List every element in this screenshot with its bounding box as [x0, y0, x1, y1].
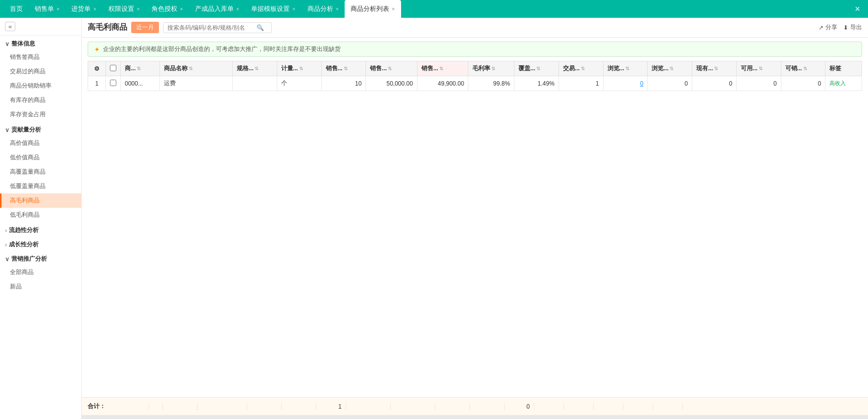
- col-settings[interactable]: ⚙: [88, 61, 106, 76]
- cell-code: 0000...: [121, 76, 160, 91]
- table-header-row: ⚙ 商...⇅ 商品名称⇅ 规格...⇅: [88, 61, 862, 76]
- sort-icon-saleable: ⇅: [803, 66, 807, 71]
- nav-permissions[interactable]: 权限设置 ×: [102, 0, 146, 18]
- sort-icon-coverage: ⇅: [536, 66, 540, 71]
- col-current[interactable]: 现有...⇅: [692, 61, 737, 76]
- col-view1[interactable]: 浏览...⇅: [603, 61, 648, 76]
- col-gross-rate[interactable]: 毛利率⇅: [468, 61, 514, 76]
- sidebar-group-marketing[interactable]: ∨ 营销推广分析: [0, 251, 81, 265]
- share-button[interactable]: ↗ 分享: [818, 23, 837, 32]
- sidebar-item-in-stock[interactable]: 有库存的商品: [0, 93, 81, 107]
- footer-empty6: [282, 403, 316, 410]
- cell-index: 1: [88, 76, 106, 91]
- sidebar-item-high-value[interactable]: 高价值商品: [0, 136, 81, 150]
- sort-icon-current: ⇅: [714, 66, 718, 71]
- col-saleable[interactable]: 可销...⇅: [781, 61, 825, 76]
- col-view2[interactable]: 浏览...⇅: [648, 61, 692, 76]
- footer-cells: 1 0: [117, 403, 862, 410]
- horizontal-scrollbar[interactable]: [82, 415, 868, 419]
- close-all-button[interactable]: ×: [851, 4, 864, 14]
- sidebar-item-high-coverage[interactable]: 高覆盖量商品: [0, 165, 81, 179]
- col-code[interactable]: 商...⇅: [121, 61, 160, 76]
- col-tag: 标签: [825, 61, 862, 76]
- cell-coverage: 1.49%: [514, 76, 559, 91]
- nav-template-settings[interactable]: 单据模板设置 ×: [245, 0, 301, 18]
- footer-total-bar: 合计： 1 0: [82, 397, 868, 415]
- nav-product-analysis-list[interactable]: 商品分析列表 ×: [345, 0, 401, 18]
- close-product-analysis[interactable]: ×: [336, 6, 339, 12]
- cell-view1[interactable]: 0: [603, 76, 648, 91]
- group-arrow-marketing: ∨: [5, 256, 9, 263]
- sidebar-group-growth[interactable]: › 成长性分析: [0, 236, 81, 251]
- info-bar: ✦ 企业的主要的利润都是这部分商品创造的，可考虑加大推广，同时关注库存是不要出现…: [88, 42, 862, 57]
- nav-sales-order[interactable]: 销售单 ×: [29, 0, 65, 18]
- main-container: « ∨ 整体信息 销售签商品 交易过的商品 商品分销助销率 有库存的商品 库存资…: [0, 18, 868, 419]
- col-unit[interactable]: 计量...⇅: [277, 61, 321, 76]
- footer-saleable: [653, 403, 683, 410]
- cell-sales-profit: 49,900.00: [417, 76, 468, 91]
- sidebar-item-low-margin[interactable]: 低毛利商品: [0, 208, 81, 222]
- close-permissions[interactable]: ×: [137, 6, 140, 12]
- nav-home[interactable]: 首页: [4, 0, 29, 18]
- sidebar-group-trend[interactable]: › 流趋性分析: [0, 222, 81, 236]
- footer-empty10: [470, 403, 505, 410]
- col-name[interactable]: 商品名称⇅: [159, 61, 232, 76]
- col-spec[interactable]: 规格...⇅: [233, 61, 277, 76]
- close-template-settings[interactable]: ×: [292, 6, 295, 12]
- sidebar-item-all-products[interactable]: 全部商品: [0, 265, 81, 279]
- content-header: 高毛利商品 近一月 🔍 ↗ 分享 ⬇ 导出: [82, 18, 868, 38]
- sidebar: « ∨ 整体信息 销售签商品 交易过的商品 商品分销助销率 有库存的商品 库存资…: [0, 18, 82, 419]
- close-purchase-order[interactable]: ×: [93, 6, 96, 12]
- sidebar-item-stock-capital[interactable]: 库存资金占用: [0, 107, 81, 122]
- close-product-storage[interactable]: ×: [236, 6, 239, 12]
- search-input[interactable]: [167, 24, 256, 31]
- cell-sales-amount: 50,000.00: [366, 76, 417, 91]
- col-sales-amount[interactable]: 销售...⇅: [366, 61, 417, 76]
- close-role-auth[interactable]: ×: [180, 6, 183, 12]
- nav-product-analysis[interactable]: 商品分析 ×: [302, 0, 345, 18]
- sidebar-item-low-value[interactable]: 低价值商品: [0, 150, 81, 165]
- sidebar-collapse-button[interactable]: «: [5, 22, 15, 31]
- sort-icon-spec: ⇅: [255, 66, 258, 71]
- sort-icon-sales-profit: ⇅: [439, 66, 443, 71]
- cell-unit: 个: [277, 76, 321, 91]
- footer-sales-amount: [346, 403, 391, 410]
- nav-product-storage[interactable]: 产成品入库单 ×: [189, 0, 245, 18]
- col-available[interactable]: 可用...⇅: [736, 61, 781, 76]
- sort-icon-trade: ⇅: [581, 66, 585, 71]
- sort-icon-unit: ⇅: [299, 66, 303, 71]
- footer-label: 合计：: [88, 402, 117, 411]
- sidebar-item-distribution[interactable]: 商品分销助销率: [0, 79, 81, 93]
- sidebar-group-overall[interactable]: ∨ 整体信息: [0, 36, 81, 50]
- close-sales-order[interactable]: ×: [56, 6, 59, 12]
- cell-sales-count: 10: [321, 76, 366, 91]
- sort-icon-sales-amount: ⇅: [388, 66, 392, 71]
- sidebar-item-traded[interactable]: 交易过的商品: [0, 64, 81, 79]
- cell-gross-rate: 99.8%: [468, 76, 514, 91]
- product-table: ⚙ 商...⇅ 商品名称⇅ 规格...⇅: [88, 61, 862, 91]
- footer-sales-profit: [391, 403, 435, 410]
- export-button[interactable]: ⬇ 导出: [843, 23, 862, 32]
- nav-role-auth[interactable]: 角色授权 ×: [146, 0, 189, 18]
- sidebar-item-low-coverage[interactable]: 低覆盖量商品: [0, 179, 81, 193]
- sidebar-group-contribution[interactable]: ∨ 贡献量分析: [0, 122, 81, 136]
- export-icon: ⬇: [843, 24, 848, 31]
- nav-purchase-order[interactable]: 进货单 ×: [65, 0, 102, 18]
- sidebar-item-sales-ranking[interactable]: 销售签商品: [0, 50, 81, 64]
- row-checkbox[interactable]: [110, 80, 116, 86]
- close-product-analysis-list[interactable]: ×: [392, 6, 395, 12]
- filter-period-button[interactable]: 近一月: [131, 22, 159, 33]
- search-icon[interactable]: 🔍: [256, 24, 264, 31]
- sidebar-item-new-products[interactable]: 新品: [0, 279, 81, 294]
- select-all-checkbox[interactable]: [110, 65, 116, 71]
- col-sales-profit[interactable]: 销售...⇅: [417, 61, 468, 76]
- sidebar-item-high-margin[interactable]: 高毛利商品: [0, 193, 81, 208]
- footer-available: [623, 403, 653, 410]
- col-coverage[interactable]: 覆盖...⇅: [514, 61, 559, 76]
- search-container: 🔍: [163, 22, 272, 33]
- col-sales-count[interactable]: 销售...⇅: [321, 61, 366, 76]
- col-trade[interactable]: 交易...⇅: [559, 61, 603, 76]
- cell-name: 运费: [159, 76, 232, 91]
- group-arrow-overall: ∨: [5, 41, 9, 47]
- info-icon: ✦: [94, 46, 100, 53]
